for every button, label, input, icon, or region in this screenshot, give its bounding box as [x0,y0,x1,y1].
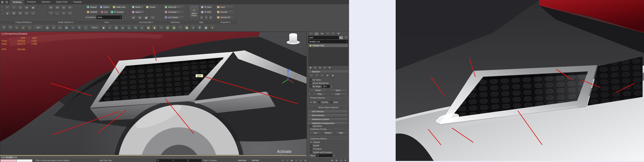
select-and-manipulate-icon[interactable]: ◐ [107,25,113,30]
relax-button[interactable]: Relax▾ [130,5,144,9]
rollout-subdivision-surface[interactable]: +Subdivision Surface [308,118,348,121]
coord-x-field[interactable]: X: [156,159,172,162]
pm-tool-icon-1[interactable]: ▲ [5,11,10,16]
method-curvature[interactable]: Curvature [310,147,348,150]
ring-icon[interactable]: ◎ [61,5,66,10]
preview-option-multi[interactable]: Multi [330,100,338,104]
zoom-icon[interactable]: ⊕ [330,159,334,162]
angle-snap-icon[interactable]: ∠ [126,25,132,30]
viewport-label[interactable]: [+] [Perspective] [Shaded] [2,32,27,35]
ribbon-tab-selection[interactable]: Selection [38,0,53,4]
by-vertex-checkbox[interactable]: By Vertex [309,78,321,81]
curve-editor-icon[interactable]: ~ [178,25,183,30]
snaps-toggle-icon[interactable]: ▲ [120,25,126,30]
pin-panel-icon[interactable]: ▾ [344,36,348,39]
object-color-swatch[interactable] [339,36,343,39]
time-slider[interactable]: 0 / 100 [0,156,307,159]
panel-label-geometry[interactable]: Geometry (All) ▾ [130,21,162,24]
panel-label-polygon-modeling[interactable]: Polygon Modeling ▾ [0,21,47,24]
geo-tool-icon-1[interactable]: ⊕ [130,16,136,20]
ribbon-tab-populate[interactable]: Populate [70,0,84,4]
zoom-extents-icon[interactable]: ⊞ [335,159,338,162]
border-mode-icon[interactable]: ◻ [18,5,23,10]
align-icon[interactable]: ≈ [158,25,164,30]
attach-button[interactable]: Attach▾ [130,10,144,14]
selection-filter-dropdown[interactable]: All ▾ [33,25,44,30]
remove-modifier-icon[interactable]: ✕ [323,66,327,70]
ms-tool-icon-1[interactable]: ◠ [48,11,54,16]
to-grid-button[interactable]: To Grid [200,10,213,14]
ribbon-toggle-icon[interactable]: ▨ [171,25,177,30]
previous-frame-icon[interactable]: ‹ [286,159,290,162]
by-angle-checkbox[interactable]: By Angle:45.0▲▼ [309,85,332,88]
show-end-result-icon[interactable]: ∥ [313,66,317,70]
key-mode-toggle-icon[interactable]: ● [303,159,307,162]
next-frame-icon[interactable]: › [294,159,298,162]
app-icon[interactable]: ◆ [1,0,4,4]
visibility-bulb-icon[interactable] [310,45,312,46]
constraints-dropdown[interactable]: None▾ [96,16,122,19]
pm-tool-icon-4[interactable]: ≡ [24,11,30,16]
time-slider-frame[interactable]: 0 / 100 [1,156,18,159]
loop-spinner[interactable]: ▲▼ [345,93,346,95]
coord-y-field[interactable]: Y: [172,159,186,162]
split-mesh-checkbox[interactable]: ✓Split Mesh [309,125,322,127]
smooth-button[interactable]: Smooth [216,10,234,14]
go-to-end-icon[interactable]: » [299,159,303,162]
layer-manager-icon[interactable]: ▥ [165,25,170,30]
ring-spinner[interactable]: ▲▼ [309,93,310,95]
set-key-button[interactable]: Set Key [250,159,260,162]
preview-option-subobj[interactable]: SubObj [318,100,328,104]
cut-button[interactable]: Cut [100,10,109,14]
sel-edge-icon[interactable]: / [315,74,319,77]
axis-x-button[interactable]: X [200,16,204,20]
ms-tool-icon-4[interactable]: ◐ [67,11,73,16]
coord-z-field[interactable]: Z: [186,159,202,162]
hard-button[interactable]: Hard [216,5,234,9]
steps-spinner[interactable]: ▲▼ [334,154,335,157]
msmooth-button[interactable]: MSmooth▾ [163,5,184,9]
pin-stack-icon[interactable]: ◉ [308,66,312,70]
select-and-move-icon[interactable]: + [70,25,76,30]
panel-label-properties[interactable]: Properties ▾ [214,21,236,24]
ignore-backfacing-checkbox[interactable]: Ignore Backfacing [309,82,328,84]
reference-coordinate-dropdown[interactable]: View ▾ [89,25,100,30]
sel-polygon-icon[interactable]: ▰ [326,74,330,77]
ms-tool-icon-2[interactable]: ◡ [54,11,60,16]
select-object-icon[interactable]: ◎ [44,25,50,30]
select-link-icon[interactable]: ∞ [14,25,20,30]
display-tab[interactable]: □ [331,32,335,36]
render-production-icon[interactable]: ● [210,25,215,30]
utilities-tab[interactable]: ⚙ [336,32,341,36]
ring-button[interactable]: Ring [312,93,327,96]
ribbon-tab-modeling[interactable]: Modeling [10,0,24,4]
motion-tab[interactable]: ◔ [325,32,330,36]
undo-icon[interactable]: ↶ [1,25,7,30]
method-regular[interactable]: Regular [310,140,348,144]
grow-icon[interactable]: ⊞ [48,5,54,10]
configure-modifier-sets-icon[interactable]: ⚙ [328,66,332,70]
hierarchy-tab[interactable]: ⊞ [320,32,324,36]
select-and-rotate-icon[interactable]: ↻ [76,25,82,30]
rollout-subdivision-displacement[interactable]: −Subdivision Displacement [308,122,348,125]
dope-sheet-icon[interactable]: ▩ [184,25,190,30]
material-editor-icon[interactable]: ● [190,25,196,30]
edge-mode-icon[interactable]: / [11,5,17,10]
make-unique-icon[interactable]: ⊡ [318,66,322,70]
pm-tool-icon-3[interactable]: ⊟ [18,11,23,16]
auto-key-button[interactable]: Auto Key [236,159,248,162]
method-spatial[interactable]: Spatial [310,144,348,147]
panel-label-align[interactable]: Align [188,21,214,24]
preview-option-off[interactable]: Off [310,100,316,104]
preset-low-button[interactable]: Low [310,132,321,134]
ribbon-tab-freeform[interactable]: Freeform [24,0,39,4]
geo-tool-icon-4[interactable]: ▱ [150,16,156,20]
shrink-icon[interactable]: ⊟ [54,5,60,10]
pm-tool-icon-2[interactable]: ⊞ [11,11,17,16]
add-time-tag[interactable]: Add Time Tag [100,159,112,162]
by-angle-value[interactable]: 45.0 [322,85,330,88]
nurms-button[interactable]: NURMS [86,10,99,14]
orbit-icon[interactable]: ↻ [344,159,348,162]
rollout-edit-geometry[interactable]: +Edit Geometry [308,114,348,117]
percent-snap-icon[interactable]: % [133,25,138,30]
